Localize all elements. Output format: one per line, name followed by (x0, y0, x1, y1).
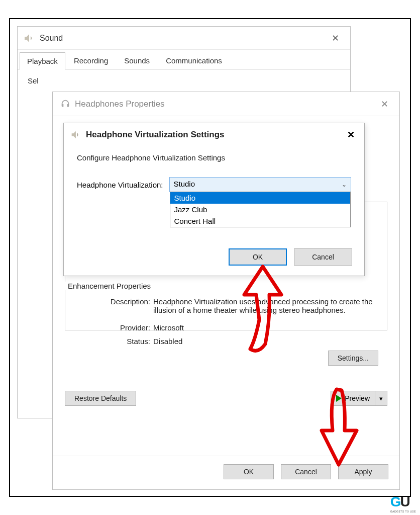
watermark-logo: GU GADGETS TO USE (390, 494, 416, 513)
chevron-down-icon: ⌄ (342, 181, 347, 188)
speaker-icon (70, 129, 81, 140)
play-icon (336, 395, 342, 402)
watermark-g: G (390, 494, 400, 509)
virt-footer: OK Cancel (64, 248, 364, 276)
group-label: Enhancement Properties (65, 282, 154, 290)
headphones-icon (60, 99, 71, 110)
dialog-footer: OK Cancel Apply (53, 456, 399, 489)
headphone-virtualization-settings-dialog: Headphone Virtualization Settings ✕ Conf… (63, 123, 365, 276)
virt-field-label: Headphone Virtualization: (77, 181, 169, 189)
apply-button[interactable]: Apply (338, 464, 388, 479)
close-icon[interactable]: ✕ (325, 28, 345, 48)
status-value: Disabled (153, 337, 378, 346)
option-studio[interactable]: Studio (170, 192, 350, 204)
instruction-text-truncated: Sel (28, 76, 39, 85)
preview-dropdown-button[interactable]: ▾ (375, 391, 387, 406)
virt-title: Headphone Virtualization Settings (86, 130, 340, 140)
close-icon[interactable]: ✕ (340, 125, 361, 144)
description-value: Headphone Virtualization uses advanced p… (153, 297, 378, 314)
option-jazz-club[interactable]: Jazz Club (170, 204, 350, 215)
tab-communications[interactable]: Communications (158, 52, 230, 69)
preview-split-button[interactable]: Preview ▾ (331, 391, 387, 406)
cancel-button[interactable]: Cancel (281, 464, 331, 479)
status-label: Status: (74, 337, 153, 346)
close-icon[interactable]: ✕ (373, 94, 395, 114)
virt-selected-value: Studio (174, 180, 195, 188)
tab-playback[interactable]: Playback (20, 52, 65, 69)
watermark-u: U (400, 494, 409, 509)
provider-label: Provider: (74, 323, 153, 332)
preview-button[interactable]: Preview (331, 391, 375, 406)
headphones-titlebar: Headphones Properties ✕ (53, 92, 399, 116)
headphones-title: Headphones Properties (75, 99, 373, 109)
virt-instruction: Configure Headphone Virtualization Setti… (77, 153, 351, 162)
settings-button[interactable]: Settings... (328, 351, 378, 366)
preview-label: Preview (345, 394, 370, 402)
virt-titlebar: Headphone Virtualization Settings ✕ (64, 123, 364, 146)
sound-body: Sel (18, 69, 350, 92)
enhancement-properties-group: Enhancement Properties Description: Head… (65, 287, 387, 377)
tab-sounds[interactable]: Sounds (117, 52, 157, 69)
tab-strip: Playback Recording Sounds Communications (18, 50, 350, 69)
virt-dropdown-list: Studio Jazz Club Concert Hall (170, 192, 351, 227)
ok-button[interactable]: OK (229, 248, 287, 266)
restore-defaults-button[interactable]: Restore Defaults (65, 391, 136, 406)
option-concert-hall[interactable]: Concert Hall (170, 215, 350, 227)
provider-value: Microsoft (153, 323, 378, 332)
cancel-button[interactable]: Cancel (294, 248, 352, 266)
speaker-icon (23, 32, 35, 44)
tab-recording[interactable]: Recording (66, 52, 116, 69)
watermark-tagline: GADGETS TO USE (390, 510, 416, 513)
sound-titlebar: Sound ✕ (18, 27, 350, 50)
ok-button[interactable]: OK (224, 464, 274, 479)
sound-title: Sound (40, 34, 325, 43)
description-label: Description: (74, 297, 153, 314)
virt-select[interactable]: Studio ⌄ Studio Jazz Club Concert Hall (169, 177, 351, 192)
